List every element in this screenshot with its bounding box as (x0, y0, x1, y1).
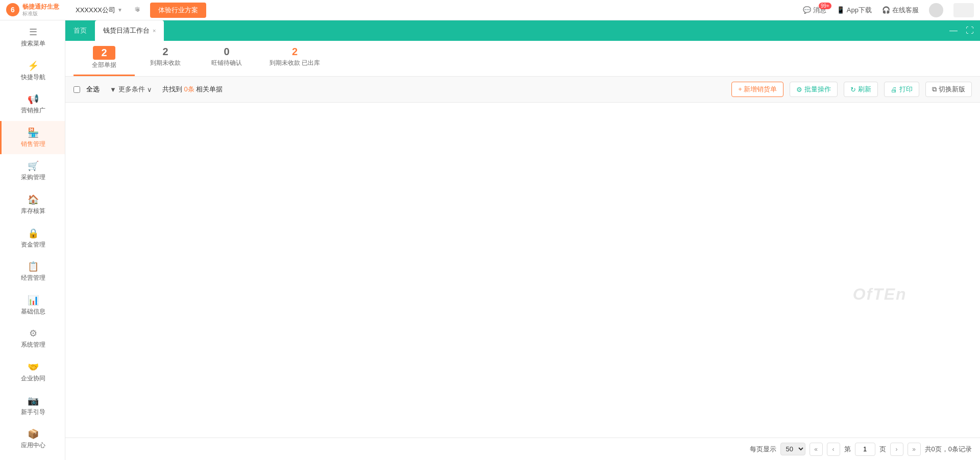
top-header: 6 畅捷通好生意 标准版 XXXXXX公司 ▼ 体验行业方案 💬 消息 99+ … (0, 0, 980, 20)
stat-count-all: 2 (93, 46, 115, 60)
first-page-button[interactable]: « (810, 443, 823, 456)
stat-tab-overdue[interactable]: 2 到期未收款 (135, 41, 196, 76)
tab-minimize-button[interactable]: — (947, 24, 960, 37)
stat-tab-wangpu[interactable]: 0 旺铺待确认 (196, 41, 257, 76)
per-page-select[interactable]: 50 (780, 443, 805, 455)
toolbar: 全选 ▼ 更多条件 ∨ 共找到 0条 相关单据 + 新增销货单 (65, 77, 980, 103)
settings-button[interactable] (131, 3, 145, 17)
stat-count-wangpu: 0 (224, 46, 229, 58)
last-page-button[interactable]: » (908, 443, 921, 456)
online-service-button[interactable]: 🎧 在线客服 (882, 6, 919, 15)
tab-home-label: 首页 (74, 26, 87, 35)
stat-label-overdue-out: 到期未收款 已出库 (270, 59, 320, 67)
online-service-icon: 🎧 (882, 6, 890, 14)
tab-bar-right: — ⛶ (947, 24, 980, 37)
switch-label: 切换新版 (939, 85, 965, 93)
purchase-icon: 🛒 (28, 160, 39, 172)
gear-icon (134, 6, 142, 14)
found-count-value: 0条 (184, 85, 194, 93)
pagination-bar: 每页显示 50 « ‹ 第 页 › » 共0页，0条记录 (65, 438, 980, 460)
sidebar-item-label-guide: 新手引导 (21, 408, 45, 417)
next-page-button[interactable]: › (890, 443, 903, 456)
sidebar-item-wechat[interactable]: 💬 企业微信 (0, 456, 65, 460)
sidebar-item-label-operation: 经营管理 (21, 274, 45, 282)
stat-label-wangpu: 旺铺待确认 (211, 59, 242, 67)
sidebar-item-system[interactable]: ⚙ 系统管理 (0, 322, 65, 355)
sidebar-item-search-menu[interactable]: ☰ 搜索菜单 (0, 20, 65, 54)
guide-icon: 📷 (28, 395, 39, 406)
sidebar-item-basic-info[interactable]: 📊 基础信息 (0, 288, 65, 322)
switch-version-button[interactable]: ⧉ 切换新版 (925, 82, 972, 97)
total-info: 共0页，0条记录 (925, 445, 972, 454)
stat-tab-overdue-out[interactable]: 2 到期未收款 已出库 (257, 41, 332, 76)
sidebar-item-guide[interactable]: 📷 新手引导 (0, 389, 65, 423)
trial-button[interactable]: 体验行业方案 (150, 3, 206, 18)
often-watermark: OfTEn (65, 103, 980, 438)
message-button[interactable]: 💬 消息 99+ (803, 6, 826, 15)
company-selector[interactable]: XXXXXX公司 ▼ (71, 4, 127, 17)
add-order-button[interactable]: + 新增销货单 (731, 82, 783, 97)
print-label: 打印 (899, 85, 913, 94)
stat-tab-all[interactable]: 2 全部单据 (74, 41, 135, 76)
sidebar-item-marketing[interactable]: 📢 营销推广 (0, 87, 65, 121)
sidebar-item-label-app-center: 应用中心 (21, 442, 45, 450)
sidebar-item-inventory[interactable]: 🏠 库存核算 (0, 188, 65, 222)
switch-icon: ⧉ (932, 85, 937, 93)
per-page-label: 每页显示 (750, 445, 776, 454)
sidebar-item-finance[interactable]: 🔒 资金管理 (0, 222, 65, 255)
sidebar-item-cooperation[interactable]: 🤝 企业协同 (0, 355, 65, 389)
company-name: XXXXXX公司 (76, 6, 115, 15)
stat-count-overdue: 2 (162, 46, 168, 58)
toolbar-left: 全选 ▼ 更多条件 ∨ 共找到 0条 相关单据 (74, 83, 725, 96)
inventory-icon: 🏠 (28, 194, 39, 205)
tab-expand-button[interactable]: ⛶ (964, 24, 976, 37)
refresh-button[interactable]: ↻ 刷新 (844, 82, 878, 97)
filter-label: 更多条件 (118, 85, 145, 94)
sidebar-item-sales[interactable]: 🏪 销售管理 (0, 121, 65, 155)
select-all-checkbox[interactable] (74, 86, 80, 93)
sidebar-item-label-basic-info: 基础信息 (21, 308, 45, 316)
logo-icon: 6 (6, 3, 19, 16)
batch-operation-button[interactable]: ⚙ 批量操作 (790, 82, 838, 97)
tab-home[interactable]: 首页 (65, 20, 95, 41)
sidebar-item-purchase[interactable]: 🛒 采购管理 (0, 154, 65, 188)
app-download-button[interactable]: 📱 App下载 (837, 6, 872, 15)
tab-bar: 首页 钱货日清工作台 × — ⛶ (65, 20, 980, 41)
user-name-area[interactable] (953, 3, 974, 17)
stat-label-overdue: 到期未收款 (150, 59, 181, 67)
print-button[interactable]: 🖨 打印 (884, 82, 919, 97)
batch-label: 批量操作 (804, 85, 831, 94)
refresh-icon: ↻ (850, 86, 856, 93)
prev-page-button[interactable]: ‹ (827, 443, 840, 456)
sidebar-item-label-finance: 资金管理 (21, 241, 45, 249)
page-label: 第 (844, 445, 851, 454)
content-area: 2 全部单据 2 到期未收款 0 旺铺待确认 2 到期未收款 已出库 (65, 41, 980, 460)
page-number-input[interactable] (855, 443, 875, 456)
tab-close-icon[interactable]: × (153, 28, 156, 34)
sidebar-item-label-quick-nav: 快捷导航 (21, 74, 45, 82)
tab-active-label: 钱货日清工作台 (103, 26, 150, 35)
sidebar-item-operation[interactable]: 📋 经营管理 (0, 255, 65, 288)
select-all-label: 全选 (86, 85, 100, 94)
user-avatar[interactable] (929, 3, 943, 17)
sidebar-item-app-center[interactable]: 📦 应用中心 (0, 422, 65, 456)
sidebar-item-label-cooperation: 企业协同 (21, 375, 45, 383)
stat-label-all: 全部单据 (92, 61, 116, 69)
table-area: OfTEn (65, 103, 980, 438)
operation-icon: 📋 (28, 261, 39, 272)
tab-active[interactable]: 钱货日清工作台 × (95, 20, 164, 41)
finance-icon: 🔒 (28, 228, 39, 239)
sidebar-item-label-sales: 销售管理 (21, 140, 45, 149)
main-content: 首页 钱货日清工作台 × — ⛶ 2 全部单据 2 到期未收款 (65, 20, 980, 460)
sidebar: ☰ 搜索菜单 ⚡ 快捷导航 📢 营销推广 🏪 销售管理 🛒 采购管理 🏠 库存核… (0, 20, 65, 460)
print-icon: 🖨 (891, 86, 897, 93)
marketing-icon: 📢 (28, 93, 39, 105)
stat-count-overdue-out: 2 (292, 46, 298, 58)
sidebar-item-label-search-menu: 搜索菜单 (21, 40, 45, 48)
sidebar-item-quick-nav[interactable]: ⚡ 快捷导航 (0, 54, 65, 88)
logo-text: 畅捷通好生意 标准版 (22, 3, 59, 16)
app-layout: ☰ 搜索菜单 ⚡ 快捷导航 📢 营销推广 🏪 销售管理 🛒 采购管理 🏠 库存核… (0, 20, 980, 460)
filter-button[interactable]: ▼ 更多条件 ∨ (106, 83, 156, 96)
logo-main: 畅捷通好生意 (22, 3, 59, 10)
online-service-label: 在线客服 (892, 6, 919, 15)
